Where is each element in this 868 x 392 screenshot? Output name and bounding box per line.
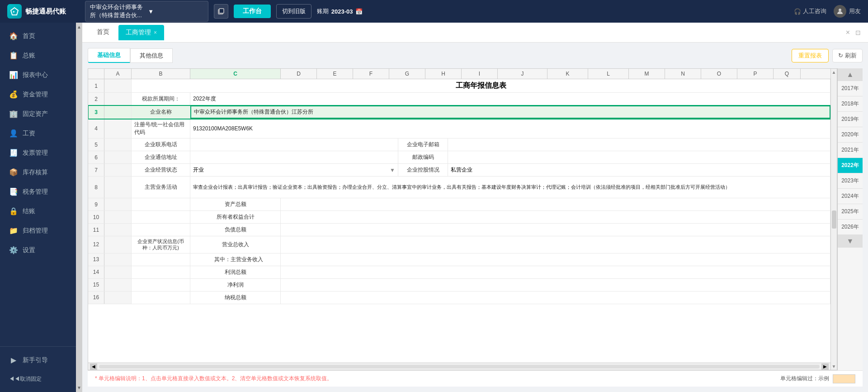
year-item-2021[interactable]: 2021年 <box>838 143 863 158</box>
col-header-n[interactable]: N <box>665 69 701 79</box>
col-header-p[interactable]: P <box>737 69 774 79</box>
data-cell[interactable] <box>104 236 132 253</box>
data-cell[interactable] <box>104 224 132 236</box>
year-item-2025[interactable]: 2025年 <box>838 204 863 220</box>
data-cell[interactable] <box>104 93 132 105</box>
data-cell[interactable] <box>104 211 132 223</box>
sidebar-item-tax[interactable]: 📑 税务管理 <box>0 182 76 201</box>
data-cell[interactable]: 税款所属期间： <box>132 93 190 105</box>
sidebar-item-closing[interactable]: 🔒 结账 <box>0 201 76 221</box>
data-cell[interactable] <box>448 151 830 163</box>
refresh-button[interactable]: ↻ 刷新 <box>832 49 863 62</box>
col-header-i[interactable]: I <box>462 69 498 79</box>
col-header-d[interactable]: D <box>281 69 317 79</box>
data-cell[interactable] <box>281 279 830 291</box>
data-cell[interactable] <box>104 105 132 119</box>
tab-expand-icon[interactable]: ⊡ <box>855 29 861 36</box>
service-button[interactable]: 🎧 人工咨询 <box>794 7 826 15</box>
col-header-a[interactable]: A <box>104 69 132 79</box>
col-header-o[interactable]: O <box>701 69 737 79</box>
col-header-h[interactable]: H <box>425 69 462 79</box>
data-cell[interactable] <box>104 164 132 176</box>
data-cell[interactable]: 91320100MA208E5W6K <box>190 119 830 138</box>
data-cell[interactable] <box>190 139 398 151</box>
sidebar-item-report[interactable]: 📊 报表中心 <box>0 65 76 85</box>
tab-close-button[interactable]: × <box>154 29 157 36</box>
scroll-up-button[interactable]: ▲ <box>832 70 836 75</box>
year-item-2018[interactable]: 2018年 <box>838 96 863 112</box>
sidebar-item-settings[interactable]: ⚙️ 设置 <box>0 240 76 260</box>
data-cell[interactable] <box>281 236 830 253</box>
data-cell[interactable] <box>104 279 132 291</box>
sidebar-item-inventory[interactable]: 📦 库存核算 <box>0 163 76 182</box>
col-header-c[interactable]: C <box>190 69 281 79</box>
scroll-track[interactable] <box>99 365 820 368</box>
data-cell[interactable] <box>281 198 830 210</box>
tab-close-icon[interactable]: × <box>846 29 850 37</box>
col-header-q[interactable]: Q <box>774 69 801 79</box>
data-cell[interactable] <box>281 253 830 266</box>
scroll-right-button[interactable]: ▶ <box>821 363 829 370</box>
year-panel-up[interactable]: ▲ <box>838 68 863 81</box>
sidebar-item-guide[interactable]: ▶ 新手引导 <box>0 350 76 370</box>
data-cell[interactable] <box>190 151 398 163</box>
year-item-2026[interactable]: 2026年 <box>838 220 863 235</box>
data-cell[interactable]: 企业名称 <box>132 105 190 119</box>
year-item-2017[interactable]: 2017年 <box>838 81 863 96</box>
data-cell[interactable] <box>281 224 830 236</box>
col-header-f[interactable]: F <box>353 69 389 79</box>
tab-active[interactable]: 工商管理 × <box>118 25 164 40</box>
data-cell[interactable] <box>104 79 132 92</box>
data-cell[interactable] <box>281 211 830 223</box>
copy-button[interactable] <box>214 4 228 19</box>
data-cell[interactable] <box>104 151 132 163</box>
year-item-2020[interactable]: 2020年 <box>838 127 863 143</box>
sub-tab-basic[interactable]: 基础信息 <box>88 48 130 63</box>
switch-version-button[interactable]: 切到旧版 <box>276 4 311 19</box>
sidebar-scroll-down[interactable]: ▼ <box>77 385 81 390</box>
reset-button[interactable]: 重置报表 <box>792 49 829 62</box>
year-item-2023[interactable]: 2023年 <box>838 173 863 189</box>
scroll-left-button[interactable]: ◀ <box>90 363 97 370</box>
scroll-down-button[interactable]: ▼ <box>832 364 836 369</box>
sub-tab-other[interactable]: 其他信息 <box>130 48 173 63</box>
sidebar-item-invoice[interactable]: 🧾 发票管理 <box>0 143 76 163</box>
sidebar-scroll-up[interactable]: ▲ <box>77 24 81 29</box>
data-cell[interactable] <box>104 177 132 198</box>
workbench-button[interactable]: 工作台 <box>234 5 271 18</box>
year-item-2022[interactable]: 2022年 <box>838 158 863 173</box>
sidebar-item-asset[interactable]: 🏢 固定资产 <box>0 104 76 124</box>
col-header-k[interactable]: K <box>547 69 588 79</box>
col-header-g[interactable]: G <box>389 69 425 79</box>
data-cell[interactable]: 审查企业会计报表；出具审计报告；验证企业资本；出具验资报告；办理企业合开、分立、… <box>190 177 830 198</box>
sidebar-item-cancel-fixed[interactable]: ◀◀取消固定 <box>0 370 76 388</box>
col-header-e[interactable]: E <box>317 69 353 79</box>
sidebar-item-ledger[interactable]: 📋 总账 <box>0 46 76 65</box>
vertical-scrollbar[interactable]: ▲ ▼ <box>830 69 837 370</box>
company-selector[interactable]: 中审众环会计师事务所（特殊普通合伙... ▼ <box>85 1 208 22</box>
col-header-j[interactable]: J <box>498 69 547 79</box>
data-cell[interactable] <box>448 139 830 151</box>
data-cell[interactable]: 2022年度 <box>190 93 830 105</box>
data-cell[interactable] <box>104 139 132 151</box>
data-cell[interactable] <box>281 292 830 304</box>
col-header-l[interactable]: L <box>588 69 629 79</box>
tab-home[interactable]: 首页 <box>90 24 117 41</box>
col-header-m[interactable]: M <box>629 69 665 79</box>
data-cell[interactable] <box>104 119 132 138</box>
data-cell[interactable] <box>104 198 132 210</box>
year-panel-down[interactable]: ▼ <box>838 235 863 248</box>
data-cell[interactable] <box>281 266 830 278</box>
company-name-cell[interactable]: 中审众环会计师事务所（特殊普通合伙）江苏分所 <box>190 105 830 119</box>
data-cell[interactable] <box>104 253 132 266</box>
sidebar-item-home[interactable]: 🏠 首页 <box>0 26 76 46</box>
year-item-2019[interactable]: 2019年 <box>838 112 863 127</box>
sidebar-item-archive[interactable]: 📁 归档管理 <box>0 221 76 240</box>
col-header-b[interactable]: B <box>132 69 190 79</box>
sidebar-scroll[interactable]: ▲ ▼ <box>76 23 82 392</box>
data-cell[interactable] <box>104 266 132 278</box>
sidebar-item-finance[interactable]: 💰 资金管理 <box>0 85 76 104</box>
horizontal-scrollbar[interactable]: ◀ ▶ <box>88 363 830 370</box>
user-area[interactable]: 用友 <box>834 5 861 18</box>
year-item-2024[interactable]: 2024年 <box>838 189 863 204</box>
